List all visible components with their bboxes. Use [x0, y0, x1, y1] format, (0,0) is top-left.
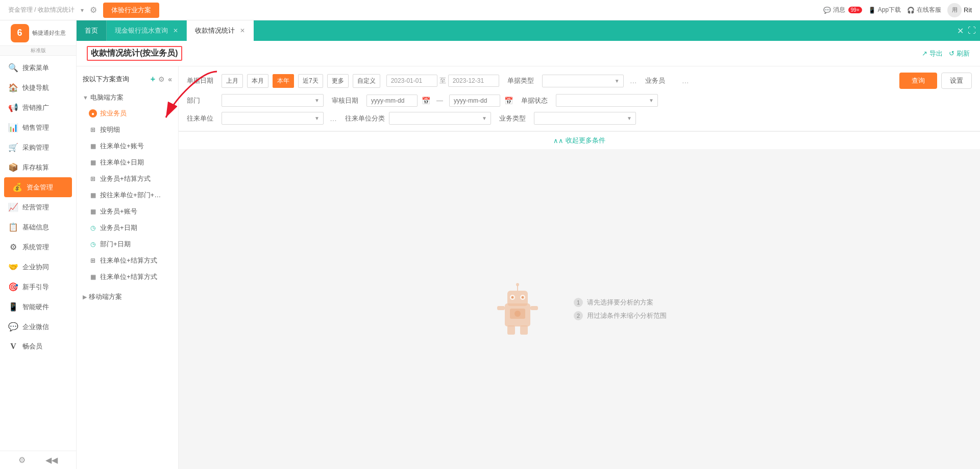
- scheme-item-by-salesperson[interactable]: ● 按业务员: [77, 105, 178, 122]
- counterpart-type-select[interactable]: [389, 112, 491, 125]
- sidebar-item-finance[interactable]: 💰 资金管理: [4, 177, 72, 197]
- sidebar-item-smarthw[interactable]: 📱 智能硬件: [0, 297, 76, 317]
- date-btn-this-year[interactable]: 本年: [273, 74, 294, 88]
- salesperson-more-icon[interactable]: …: [682, 77, 689, 85]
- step-num-1: 1: [574, 298, 583, 307]
- sidebar-menu: 🔍 搜索菜单 🏠 快捷导航 📢 营销推广 📊 销售管理 🛒 采购管理 📦: [0, 56, 76, 451]
- date-btn-last-7-days[interactable]: 近7天: [298, 74, 323, 88]
- scheme-item-salesperson-account[interactable]: ▦ 业务员+账号: [77, 203, 178, 220]
- scheme-item-salesperson-payment[interactable]: ⊞ 业务员+结算方式: [77, 171, 178, 187]
- doctype-more-icon[interactable]: …: [630, 77, 637, 85]
- scheme-item-dept-date[interactable]: ◷ 部门+日期: [77, 236, 178, 252]
- counterpart-type-label: 往来单位分类: [345, 114, 385, 123]
- message-button[interactable]: 💬 消息 99+: [823, 6, 862, 14]
- scheme-item-by-detail[interactable]: ⊞ 按明细: [77, 122, 178, 138]
- sidebar-item-quicknav[interactable]: 🏠 快捷导航: [0, 78, 76, 98]
- calendar-to-icon[interactable]: 📅: [504, 97, 513, 105]
- date-btn-custom[interactable]: 自定义: [353, 74, 380, 88]
- sidebar-item-marketing[interactable]: 📢 营销推广: [0, 98, 76, 118]
- scheme-item-unit-payment1[interactable]: ⊞ 往来单位+结算方式: [77, 252, 178, 269]
- maximize-icon[interactable]: ⛶: [968, 26, 976, 35]
- sidebar-item-inventory[interactable]: 📦 库存核算: [0, 157, 76, 177]
- refresh-button[interactable]: ↺ 刷新: [949, 49, 970, 58]
- calendar-from-icon[interactable]: 📅: [422, 97, 430, 105]
- dept-filter-label: 部门: [187, 96, 217, 105]
- sales-icon: 📊: [8, 123, 18, 132]
- doctype-select[interactable]: [542, 75, 624, 87]
- scheme-item-unit-date[interactable]: ▦ 往来单位+日期: [77, 154, 178, 171]
- counterpart-more-icon[interactable]: …: [330, 114, 337, 123]
- close-bank-flow-tab-icon[interactable]: ✕: [173, 27, 178, 34]
- date-from-input[interactable]: [386, 75, 437, 87]
- collapse-sidebar-icon[interactable]: ◀◀: [45, 455, 58, 465]
- settings-button[interactable]: 设置: [941, 73, 972, 89]
- sidebar-item-sales[interactable]: 📊 销售管理: [0, 118, 76, 137]
- sidebar: 6 畅捷通好生意 标准版 🔍 搜索菜单 🏠 快捷导航 📢 营销推广 📊 销售管理: [0, 20, 77, 469]
- docstatus-filter-label: 单据状态: [521, 96, 552, 105]
- tab-collection-stats[interactable]: 收款情况统计 ✕: [187, 20, 254, 41]
- unit-dept-collect-icon: ▦: [89, 191, 97, 199]
- purchase-icon: 🛒: [8, 143, 18, 152]
- date-btn-more[interactable]: 更多: [327, 74, 349, 88]
- biztype-select[interactable]: [534, 112, 636, 125]
- review-date-to-input[interactable]: [449, 95, 500, 107]
- sidebar-item-purchase[interactable]: 🛒 采购管理: [0, 137, 76, 157]
- scheme-item-unit-payment2[interactable]: ▦ 往来单位+结算方式: [77, 269, 178, 285]
- empty-illustration: [492, 278, 543, 341]
- query-button[interactable]: 查询: [899, 73, 937, 89]
- docstatus-select[interactable]: [556, 94, 658, 107]
- unit-payment1-icon: ⊞: [89, 256, 97, 265]
- guide-icon: 🎯: [8, 282, 18, 292]
- review-date-from-input[interactable]: [366, 95, 418, 107]
- right-panel: 单据日期 上月 本月 本年 近7天 更多 自定义 至: [179, 66, 980, 469]
- message-badge: 99+: [848, 7, 862, 13]
- collapse-left-panel-icon[interactable]: «: [168, 75, 172, 83]
- date-to-input[interactable]: [448, 75, 499, 87]
- logo-icon: 6: [11, 24, 29, 42]
- scheme-item-unit-dept-collect[interactable]: ▦ 按往来单位+部门+收...: [77, 187, 178, 203]
- tab-home[interactable]: 首页: [77, 20, 107, 41]
- sidebar-item-enterprise[interactable]: 🤝 企业协同: [0, 257, 76, 277]
- trial-button[interactable]: 体验行业方案: [103, 3, 159, 18]
- breadcrumb: 资金管理 / 收款情况统计: [8, 6, 75, 14]
- date-range-separator: —: [434, 97, 445, 104]
- app-download-button[interactable]: 📱 App下载: [868, 6, 901, 14]
- close-collection-stats-tab-icon[interactable]: ✕: [240, 27, 245, 34]
- search-menu-icon: 🔍: [8, 63, 18, 73]
- salesperson-account-icon: ▦: [89, 207, 97, 216]
- online-service-button[interactable]: 🎧 在线客服: [907, 6, 941, 14]
- collapse-more-conditions-button[interactable]: ∧∧ 收起更多条件: [179, 131, 980, 149]
- settings-bottom-icon[interactable]: ⚙: [18, 455, 26, 465]
- sidebar-item-search[interactable]: 🔍 搜索菜单: [0, 58, 76, 78]
- gear-icon[interactable]: ⚙: [90, 5, 97, 15]
- export-button[interactable]: ↗ 导出: [922, 49, 943, 58]
- scheme-item-unit-account[interactable]: ▦ 往来单位+账号: [77, 138, 178, 154]
- date-btn-last-month[interactable]: 上月: [222, 74, 243, 88]
- sidebar-item-wechat[interactable]: 💬 企业微信: [0, 317, 76, 337]
- pc-schemes-section: ▼ 电脑端方案 ● 按业务员 ⊞ 按明细 ▦: [77, 88, 178, 287]
- doctype-filter-label: 单据类型: [507, 76, 538, 85]
- user-avatar[interactable]: 用 Rit: [947, 3, 972, 17]
- pc-section-header[interactable]: ▼ 电脑端方案: [77, 90, 178, 105]
- tab-bank-flow[interactable]: 现金银行流水查询 ✕: [107, 20, 187, 41]
- date-filter-group: 单据日期 上月 本月 本年 近7天 更多 自定义 至: [187, 74, 499, 88]
- step-num-2: 2: [574, 311, 583, 320]
- sidebar-item-operation[interactable]: 📈 经营管理: [0, 197, 76, 217]
- sidebar-item-label: 智能硬件: [22, 302, 49, 312]
- counterpart-type-select-wrapper: [389, 112, 491, 125]
- close-all-tabs-icon[interactable]: ✕: [957, 26, 964, 36]
- scheme-item-salesperson-date[interactable]: ◷ 业务员+日期: [77, 220, 178, 236]
- review-date-label: 审核日期: [332, 96, 362, 105]
- chevron-down-icon[interactable]: ▾: [81, 7, 84, 14]
- date-btn-this-month[interactable]: 本月: [247, 74, 268, 88]
- enterprise-icon: 🤝: [8, 262, 18, 272]
- sidebar-item-basicinfo[interactable]: 📋 基础信息: [0, 217, 76, 237]
- counterpart-select[interactable]: [222, 112, 324, 125]
- mobile-section-header[interactable]: ▶ 移动端方案: [77, 289, 178, 304]
- sidebar-item-system[interactable]: ⚙ 系统管理: [0, 237, 76, 257]
- dept-select[interactable]: [222, 94, 324, 107]
- sidebar-item-member[interactable]: V 畅会员: [0, 337, 76, 356]
- sidebar-item-guide[interactable]: 🎯 新手引导: [0, 277, 76, 297]
- add-scheme-icon[interactable]: +: [151, 75, 155, 84]
- scheme-settings-icon[interactable]: ⚙: [158, 75, 165, 83]
